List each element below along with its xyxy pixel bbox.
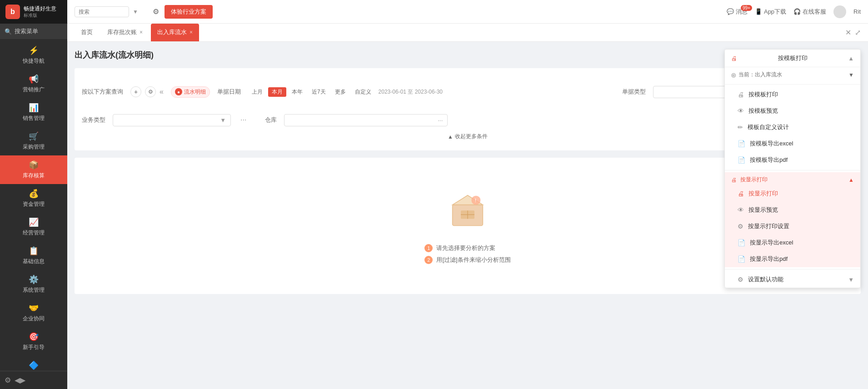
sidebar-collapse-icon[interactable]: ◀▶: [15, 376, 25, 384]
template-excel-label: 按模板导出excel: [750, 140, 793, 148]
tab-home[interactable]: 首页: [75, 24, 99, 41]
operation-label: 经营管理: [23, 229, 45, 237]
date-custom[interactable]: 自定义: [351, 87, 375, 97]
message-icon: 💬: [727, 8, 734, 15]
empty-icon: !: [445, 186, 490, 231]
user-avatar[interactable]: [833, 5, 846, 18]
date-7days[interactable]: 近7天: [308, 87, 329, 97]
warehouse-select[interactable]: ···: [284, 114, 448, 126]
hint-1: 1 请先选择要分析的方案: [424, 242, 510, 254]
tab-inventory-flow[interactable]: 出入库流水 ×: [151, 24, 199, 41]
template-customize-label: 模板自定义设计: [748, 123, 789, 131]
dropdown-set-default[interactable]: ⚙ 设置默认功能 ▼: [725, 271, 860, 288]
tag-icon: ●: [175, 88, 182, 95]
dropdown-display-settings[interactable]: ⚙ 按显示打印设置: [725, 218, 860, 234]
sidebar-item-marketing[interactable]: 📢 营销推广: [0, 70, 67, 98]
message-badge: 99+: [741, 5, 752, 11]
set-default-icon: ⚙: [738, 276, 743, 283]
dropdown-display-print[interactable]: 🖨 按显示打印: [725, 185, 860, 202]
corp-icon: 🤝: [29, 303, 39, 313]
set-default-arrow: ▼: [848, 276, 854, 283]
trial-btn[interactable]: 体验行业方案: [165, 5, 213, 19]
filter-add-btn[interactable]: +: [130, 86, 141, 97]
warehouse-more: ···: [438, 117, 443, 124]
filter-collapse-btn[interactable]: «: [160, 88, 164, 96]
business-type-select[interactable]: ▼: [113, 114, 231, 126]
corp-label: 企业协同: [23, 315, 45, 323]
print-dropdown-overlay: 🖨 按模板打印 ▲ ◎ 当前：出入库流水 ▼ 🖨 按模板打印 👁 按模板预览 ✏…: [724, 49, 861, 288]
sidebar: b 畅捷通好生意 标准版 🔍 搜索菜单 ⚡ 快捷导航 📢 营销推广 📊 销售管理…: [0, 0, 67, 389]
display-pdf-icon: 📄: [738, 255, 745, 263]
sidebar-item-guide[interactable]: 🎯 新手引导: [0, 327, 67, 356]
header-dropdown-icon[interactable]: ▼: [133, 9, 138, 15]
sidebar-settings-icon[interactable]: ⚙: [5, 376, 11, 384]
sidebar-item-system[interactable]: ⚙️ 系统管理: [0, 270, 67, 299]
purchase-label: 采购管理: [23, 143, 45, 151]
hint-text-1: 请先选择要分析的方案: [436, 242, 495, 254]
display-excel-icon: 📄: [738, 239, 745, 246]
sidebar-item-corp[interactable]: 🤝 企业协同: [0, 299, 67, 327]
dropdown-template-customize[interactable]: ✏ 模板自定义设计: [725, 119, 860, 135]
app-download-btn[interactable]: 📱 App下载: [755, 8, 786, 16]
guide-icon: 🎯: [29, 332, 39, 342]
sidebar-nav: ⚡ 快捷导航 📢 营销推广 📊 销售管理 🛒 采购管理 📦 库存核算 💰 资金管…: [0, 39, 67, 371]
tab-inventory-flow-label: 出入库流水: [157, 28, 187, 36]
template-preview-label: 按模板预览: [748, 107, 778, 115]
dropdown-display-excel[interactable]: 📄 按显示导出excel: [725, 234, 860, 251]
date-this-month[interactable]: 本月: [268, 87, 286, 97]
system-icon: ⚙️: [29, 274, 39, 284]
tab-inventory-flow-close[interactable]: ×: [190, 29, 193, 35]
date-this-year[interactable]: 本年: [288, 87, 306, 97]
app-name-text: 畅捷通好生意 标准版: [24, 5, 56, 19]
sidebar-item-quick-nav[interactable]: ⚡ 快捷导航: [0, 41, 67, 70]
set-default-label: 设置默认功能: [748, 275, 783, 284]
dropdown-template-pdf[interactable]: 📄 按模板导出pdf: [725, 152, 860, 168]
quick-nav-label: 快捷导航: [23, 57, 45, 65]
template-print-label: 按模板打印: [748, 90, 778, 99]
sidebar-item-app-center[interactable]: 🔷 应用中心: [0, 356, 67, 371]
dropdown-template-preview[interactable]: 👁 按模板预览: [725, 103, 860, 119]
sidebar-item-operation[interactable]: 📈 经营管理: [0, 213, 67, 241]
sidebar-item-inventory[interactable]: 📦 库存核算: [0, 155, 67, 184]
sidebar-item-basic[interactable]: 📋 基础信息: [0, 241, 67, 270]
customer-service-btn[interactable]: 🎧 在线客服: [793, 8, 826, 16]
tab-batch-account-close[interactable]: ×: [140, 29, 143, 35]
marketing-icon: 📢: [29, 74, 39, 84]
sidebar-item-sales[interactable]: 📊 销售管理: [0, 98, 67, 127]
hint-num-1: 1: [424, 244, 433, 252]
app-logo-icon: b: [5, 5, 20, 19]
dropdown-template-excel[interactable]: 📄 按模板导出excel: [725, 135, 860, 152]
receipt-type-label: 单据类型: [622, 88, 646, 96]
app-header: ▼ ⚙ 体验行业方案 💬 消息 99+ 📱 App下载 🎧 在线客服 Rit: [67, 0, 868, 24]
flow-detail-tag[interactable]: ● 流水明细: [171, 86, 210, 98]
dropdown-display-preview[interactable]: 👁 按显示预览: [725, 202, 860, 218]
filter-settings-btn[interactable]: ⚙: [145, 86, 156, 97]
hint-text-2: 用[过滤]条件来缩小分析范围: [436, 254, 510, 266]
date-more[interactable]: 更多: [331, 87, 349, 97]
operation-icon: 📈: [29, 217, 39, 227]
business-type-label: 业务类型: [82, 116, 105, 124]
business-type-more[interactable]: ···: [238, 114, 249, 126]
tab-batch-account[interactable]: 库存批次账 ×: [101, 24, 149, 41]
svg-text:!: !: [475, 197, 476, 203]
tabs-bar: 首页 库存批次账 × 出入库流水 × ✕ ⤢: [67, 24, 868, 42]
tab-close-all-icon[interactable]: ✕: [845, 28, 851, 37]
search-menu-btn[interactable]: 🔍 搜索菜单: [5, 27, 63, 35]
current-icon: ◎: [731, 72, 736, 78]
purchase-icon: 🛒: [29, 131, 39, 141]
hint-2: 2 用[过滤]条件来缩小分析范围: [424, 254, 510, 266]
dropdown-display-pdf[interactable]: 📄 按显示导出pdf: [725, 251, 860, 267]
header-search-input[interactable]: [75, 6, 129, 17]
basic-label: 基础信息: [23, 258, 45, 265]
sidebar-item-finance[interactable]: 💰 资金管理: [0, 184, 67, 213]
message-btn[interactable]: 💬 消息 99+: [727, 8, 748, 16]
date-last-month[interactable]: 上月: [248, 87, 266, 97]
date-label: 单据日期: [217, 88, 241, 96]
header-settings-icon[interactable]: ⚙: [153, 7, 159, 16]
sidebar-search-area[interactable]: 🔍 搜索菜单: [0, 24, 67, 39]
tab-maximize-icon[interactable]: ⤢: [855, 28, 861, 37]
dropdown-template-print[interactable]: 🖨 按模板打印: [725, 86, 860, 103]
business-type-chevron: ▼: [220, 117, 226, 124]
dropdown-close-chevron[interactable]: ▲: [848, 55, 854, 62]
sidebar-item-purchase[interactable]: 🛒 采购管理: [0, 127, 67, 155]
